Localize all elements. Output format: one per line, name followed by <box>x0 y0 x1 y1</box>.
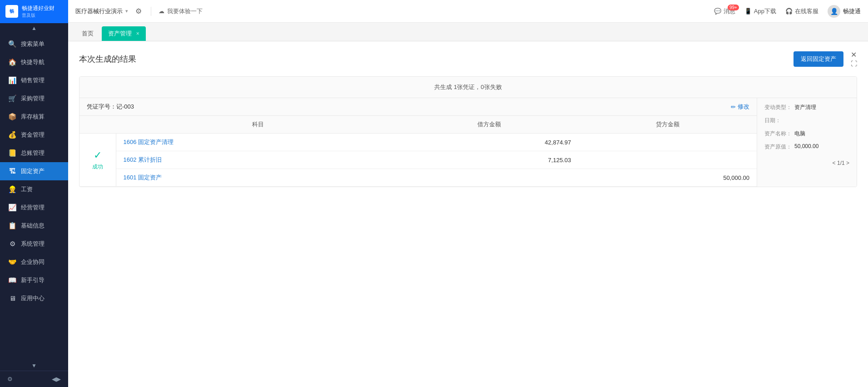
salary-icon: 👷 <box>8 185 16 194</box>
return-button[interactable]: 返回固定资产 <box>794 51 843 67</box>
experience-button[interactable]: ☁ 我要体验一下 <box>159 7 203 15</box>
sidebar-scroll-down[interactable]: ▼ <box>0 361 68 371</box>
inventory-icon: 📦 <box>8 113 16 121</box>
sidebar-item-label: 销售管理 <box>21 76 45 84</box>
workspace-selector[interactable]: 医疗器械行业演示 ▾ <box>75 7 128 15</box>
sidebar-item-sales[interactable]: 📊 销售管理 <box>0 71 68 89</box>
finance-icon: 💰 <box>8 131 16 139</box>
change-type-row: 变动类型： 资产清理 <box>764 104 849 111</box>
success-text: 成功 <box>87 163 109 171</box>
sidebar-item-operation[interactable]: 📈 经营管理 <box>0 198 68 217</box>
download-icon: 📱 <box>744 8 752 15</box>
fixed-assets-icon: 🏗 <box>8 167 16 175</box>
user-menu[interactable]: 👤 畅捷通 <box>828 5 861 18</box>
sidebar-item-salary[interactable]: 👷 工资 <box>0 180 68 198</box>
app-download-label: App下载 <box>754 7 776 15</box>
basic-info-icon: 📋 <box>8 222 16 230</box>
topbar-divider <box>151 7 151 16</box>
table-header-row: 科目 借方金额 贷方金额 <box>79 116 757 134</box>
sidebar-header: 畅 畅捷通好业财 普及版 <box>0 0 68 23</box>
next-page-btn[interactable]: > <box>846 160 849 166</box>
collapse-icon[interactable]: ◀▶ <box>52 376 61 382</box>
tab-close-icon[interactable]: × <box>136 30 139 37</box>
app-download-button[interactable]: 📱 App下载 <box>744 7 776 15</box>
settings-icon[interactable]: ⚙ <box>7 376 13 382</box>
sales-icon: 📊 <box>8 76 16 84</box>
credit-cell <box>578 151 757 169</box>
app-logo: 畅 <box>5 5 18 18</box>
username: 畅捷通 <box>843 7 861 15</box>
sidebar-item-fixed-assets[interactable]: 🏗 固定资产 <box>0 162 68 180</box>
sidebar-item-label: 快捷导航 <box>21 58 45 66</box>
sidebar-item-basic-info[interactable]: 📋 基础信息 <box>0 217 68 235</box>
cooperation-icon: 🤝 <box>8 258 16 266</box>
sidebar-item-label: 总账管理 <box>21 149 45 157</box>
sidebar-item-cooperation[interactable]: 🤝 企业协同 <box>0 253 68 271</box>
sidebar-item-label: 应用中心 <box>21 294 45 303</box>
online-service-button[interactable]: 🎧 在线客服 <box>785 7 818 15</box>
sidebar-item-label: 企业协同 <box>21 258 45 266</box>
sidebar-item-purchase[interactable]: 🛒 采购管理 <box>0 89 68 108</box>
edit-button[interactable]: ✏ 修改 <box>731 103 749 111</box>
voucher-number: 凭证字号：记-003 <box>87 103 134 111</box>
workspace-name: 医疗器械行业演示 <box>75 7 123 15</box>
debit-cell: 42,874.97 <box>400 134 578 151</box>
subject-cell: 1601 固定资产 <box>116 169 400 187</box>
sidebar-item-ledger[interactable]: 📒 总账管理 <box>0 144 68 162</box>
avatar: 👤 <box>828 5 840 18</box>
sidebar-item-guide[interactable]: 📖 新手引导 <box>0 271 68 289</box>
sidebar-item-label: 经营管理 <box>21 203 45 212</box>
messages-button[interactable]: 💬 消息 99+ <box>714 7 735 15</box>
message-icon: 💬 <box>714 8 721 15</box>
online-service-label: 在线客服 <box>795 7 818 15</box>
edit-icon: ✏ <box>731 104 736 110</box>
info-panel: 变动类型： 资产清理 日期： 资产名称： 电脑 资产原值： 50,000.00 <box>757 98 857 187</box>
sidebar-item-search[interactable]: 🔍 搜索菜单 <box>0 35 68 53</box>
subject-cell: 1602 累计折旧 <box>116 151 400 169</box>
sidebar-item-quick-nav[interactable]: 🏠 快捷导航 <box>0 53 68 71</box>
sidebar-item-finance[interactable]: 💰 资金管理 <box>0 126 68 144</box>
topbar-right: 💬 消息 99+ 📱 App下载 🎧 在线客服 👤 畅捷通 <box>714 5 861 18</box>
sidebar-scroll-up[interactable]: ▲ <box>0 23 68 33</box>
sidebar-item-label: 采购管理 <box>21 94 45 103</box>
sidebar-item-label: 新手引导 <box>21 276 45 284</box>
sidebar-item-inventory[interactable]: 📦 库存核算 <box>0 108 68 126</box>
main-area: 医疗器械行业演示 ▾ ⚙ ☁ 我要体验一下 💬 消息 99+ 📱 App下载 🎧… <box>68 0 868 387</box>
close-icon[interactable]: ✕ <box>851 50 857 59</box>
sidebar-item-label: 基础信息 <box>21 222 45 230</box>
app-center-icon: 🖥 <box>8 294 16 302</box>
experience-label: 我要体验一下 <box>167 7 203 15</box>
debit-cell <box>400 169 578 187</box>
tab-asset-management[interactable]: 资产管理 × <box>102 26 146 41</box>
ledger-icon: 📒 <box>8 149 16 157</box>
original-value-row: 资产原值： 50,000.00 <box>764 143 849 151</box>
change-type-label: 变动类型： <box>764 104 792 111</box>
gear-icon[interactable]: ⚙ <box>134 5 144 17</box>
page-content: 本次生成的结果 返回固定资产 ✕ ⛶ 共生成 1张凭证，0张失败 凭证字号：记-… <box>68 41 868 387</box>
debit-col-header: 借方金额 <box>400 116 578 134</box>
operation-icon: 📈 <box>8 203 16 212</box>
sidebar-item-label: 库存核算 <box>21 113 45 121</box>
page-title: 本次生成的结果 <box>79 54 136 64</box>
expand-icon[interactable]: ⛶ <box>851 60 857 67</box>
asset-name-label: 资产名称： <box>764 130 792 138</box>
voucher-table: 科目 借方金额 贷方金额 ✓ 成功 1606 固定资 <box>79 116 757 187</box>
page-header: 本次生成的结果 返回固定资产 ✕ ⛶ <box>79 50 857 67</box>
prev-page-btn[interactable]: < <box>833 160 836 166</box>
change-type-value: 资产清理 <box>794 104 816 111</box>
edit-label: 修改 <box>738 103 749 111</box>
original-value-value: 50,000.00 <box>794 143 818 151</box>
sidebar-item-system[interactable]: ⚙ 系统管理 <box>0 235 68 253</box>
voucher-header: 凭证字号：记-003 ✏ 修改 <box>79 98 757 116</box>
page-indicator: 1/1 <box>837 160 846 166</box>
sidebar-item-app-center[interactable]: 🖥 应用中心 <box>0 289 68 308</box>
table-row: 1601 固定资产 50,000.00 <box>79 169 757 187</box>
pagination: < 1/1 > <box>764 156 849 166</box>
original-value-label: 资产原值： <box>764 143 792 151</box>
tabbar: 首页 资产管理 × <box>68 23 868 41</box>
tab-home[interactable]: 首页 <box>75 26 100 41</box>
subject-col-header: 科目 <box>116 116 400 134</box>
credit-cell: 50,000.00 <box>578 169 757 187</box>
sidebar: 畅 畅捷通好业财 普及版 ▲ 🔍 搜索菜单 🏠 快捷导航 📊 销售管理 🛒 采购… <box>0 0 68 387</box>
app-title: 畅捷通好业财 <box>22 5 55 12</box>
